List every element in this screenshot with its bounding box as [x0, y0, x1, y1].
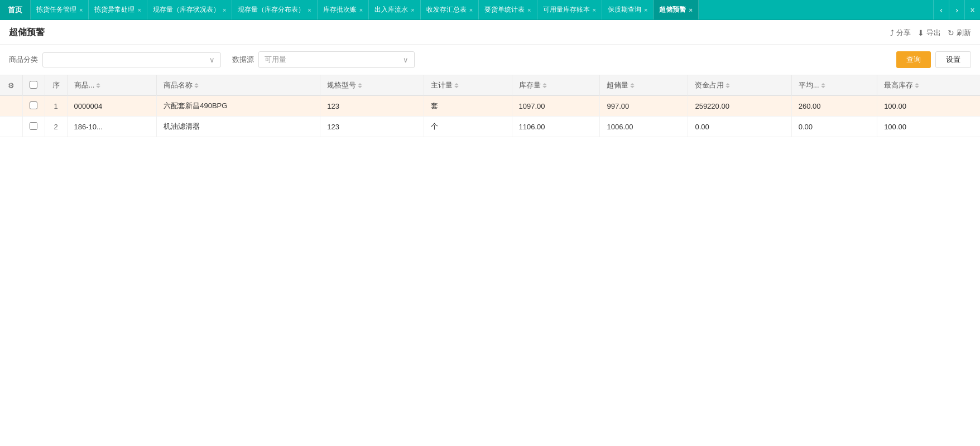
row-checkbox[interactable] [30, 122, 37, 130]
th-overstock[interactable]: 超储量 [600, 75, 688, 96]
td-check [22, 96, 45, 117]
export-button[interactable]: ⬇ 导出 [917, 28, 941, 38]
chevron-down-icon: ∨ [403, 56, 409, 64]
td-capital: 259220.00 [688, 96, 791, 117]
nav-arrows: ‹ › × [933, 0, 980, 20]
product-category-group: 商品分类 ∨ [9, 52, 221, 67]
page-header: 超储预警 ⤴ 分享 ⬇ 导出 ↻ 刷新 [0, 20, 980, 45]
td-product-name: 机油滤清器 [157, 117, 320, 137]
nav-home[interactable]: 首页 [0, 0, 31, 20]
tab-close-icon[interactable]: × [593, 7, 596, 13]
sort-icon [726, 83, 730, 88]
table-row: 1 0000004 六配套新昌490BPG 123 套 1097.00 997.… [0, 96, 980, 117]
sort-icon [358, 83, 362, 88]
nav-tab-------[interactable]: 拣货异常处理× [89, 0, 147, 20]
product-category-label: 商品分类 [9, 55, 38, 65]
settings-button[interactable]: 设置 [935, 51, 971, 68]
th-stock[interactable]: 库存量 [512, 75, 600, 96]
tab-close-icon[interactable]: × [308, 7, 311, 13]
td-gear [0, 96, 22, 117]
td-product-code: 186-10... [67, 117, 157, 137]
nav-tab--------[interactable]: 可用量库存账本× [537, 0, 602, 20]
td-unit: 套 [424, 96, 512, 117]
td-overstock: 1006.00 [600, 117, 688, 137]
th-product-code[interactable]: 商品... [67, 75, 157, 96]
tab-close-icon[interactable]: × [359, 7, 363, 13]
tab-close-icon[interactable]: × [469, 7, 473, 13]
td-unit: 个 [424, 117, 512, 137]
table-wrapper: ⚙ 序 商品... [0, 75, 980, 137]
td-no: 2 [45, 117, 67, 137]
nav-tab-------[interactable]: 收发存汇总表× [421, 0, 479, 20]
tab-close-icon[interactable]: × [79, 7, 83, 13]
page-actions: ⤴ 分享 ⬇ 导出 ↻ 刷新 [890, 28, 971, 38]
filter-area: 商品分类 ∨ 数据源 可用量 ∨ 查询 设置 [0, 45, 980, 75]
sort-icon [542, 83, 547, 88]
data-source-label: 数据源 [232, 55, 254, 65]
th-product-name[interactable]: 商品名称 [157, 75, 320, 96]
nav-tab------[interactable]: 库存批次账× [318, 0, 369, 20]
share-button[interactable]: ⤴ 分享 [890, 28, 911, 38]
nav-tab-----------[interactable]: 现存量（库存分布表）× [232, 0, 317, 20]
tab-close-icon[interactable]: × [137, 7, 141, 13]
select-all-checkbox[interactable] [30, 81, 37, 89]
refresh-button[interactable]: ↻ 刷新 [948, 28, 971, 38]
sort-icon [454, 83, 459, 88]
data-source-group: 数据源 可用量 ∨ [232, 51, 415, 68]
sort-icon [915, 83, 919, 88]
th-avg[interactable]: 平均... [791, 75, 877, 96]
nav-tab-----------[interactable]: 现存量（库存状况表）× [147, 0, 232, 20]
td-avg: 260.00 [791, 96, 877, 117]
chevron-down-icon: ∨ [209, 56, 215, 64]
top-nav: 首页 拣货任务管理×拣货异常处理×现存量（库存状况表）×现存量（库存分布表）×库… [0, 0, 980, 20]
sort-icon [96, 83, 100, 88]
th-maxstock[interactable]: 最高库存 [877, 75, 980, 96]
td-no: 1 [45, 96, 67, 117]
td-spec: 123 [320, 96, 424, 117]
td-product-code: 0000004 [67, 96, 157, 117]
page-title: 超储预警 [9, 27, 45, 38]
th-check [22, 75, 45, 96]
th-unit[interactable]: 主计量 [424, 75, 512, 96]
sort-icon [194, 83, 199, 88]
main-table: ⚙ 序 商品... [0, 75, 980, 137]
product-category-select[interactable]: ∨ [42, 52, 221, 67]
td-stock: 1097.00 [512, 96, 600, 117]
td-capital: 0.00 [688, 117, 791, 137]
nav-tab-----[interactable]: 超储预警× [654, 0, 698, 20]
th-capital[interactable]: 资金占用 [688, 75, 791, 96]
filter-buttons: 查询 设置 [896, 51, 971, 68]
data-source-select[interactable]: 可用量 ∨ [258, 51, 415, 68]
nav-tab------[interactable]: 出入库流水× [369, 0, 420, 20]
td-product-name: 六配套新昌490BPG [157, 96, 320, 117]
export-icon: ⬇ [917, 28, 924, 37]
nav-prev-button[interactable]: ‹ [933, 0, 949, 20]
td-maxstock: 100.00 [877, 96, 980, 117]
page-content: 超储预警 ⤴ 分享 ⬇ 导出 ↻ 刷新 商品分类 ∨ 数据源 [0, 20, 980, 446]
td-gear [0, 117, 22, 137]
tab-close-icon[interactable]: × [689, 7, 692, 13]
tab-close-icon[interactable]: × [644, 7, 647, 13]
table-header-row: ⚙ 序 商品... [0, 75, 980, 96]
tab-close-icon[interactable]: × [223, 7, 226, 13]
row-checkbox[interactable] [30, 101, 37, 109]
table-row: 2 186-10... 机油滤清器 123 个 1106.00 1006.00 … [0, 117, 980, 137]
th-no: 序 [45, 75, 67, 96]
td-avg: 0.00 [791, 117, 877, 137]
th-spec[interactable]: 规格型号 [320, 75, 424, 96]
nav-next-button[interactable]: › [949, 0, 964, 20]
nav-tab-------[interactable]: 要货单统计表× [479, 0, 537, 20]
gear-icon: ⚙ [8, 81, 15, 90]
tab-close-icon[interactable]: × [527, 7, 531, 13]
nav-more-button[interactable]: × [964, 0, 980, 20]
nav-tab-------[interactable]: 拣货任务管理× [31, 0, 89, 20]
tab-close-icon[interactable]: × [411, 7, 414, 13]
sort-icon [630, 83, 635, 88]
share-icon: ⤴ [890, 28, 894, 37]
th-gear[interactable]: ⚙ [0, 75, 22, 96]
td-stock: 1106.00 [512, 117, 600, 137]
td-maxstock: 100.00 [877, 117, 980, 137]
td-check [22, 117, 45, 137]
nav-tab------[interactable]: 保质期查询× [602, 0, 654, 20]
query-button[interactable]: 查询 [896, 51, 931, 68]
